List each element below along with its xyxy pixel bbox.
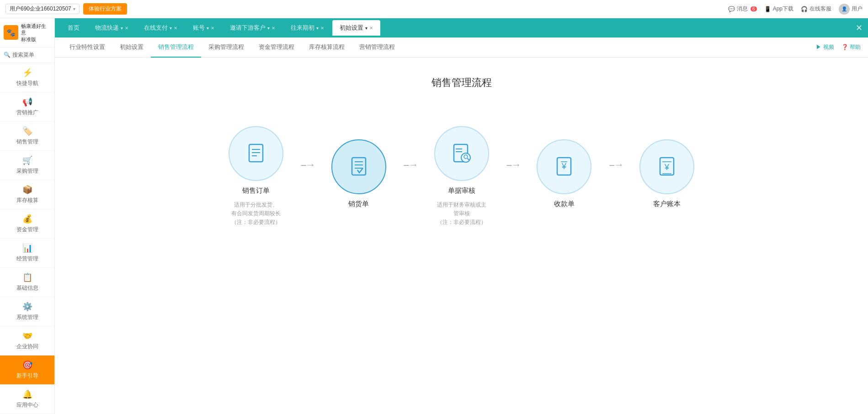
sidebar-logo: 🐾 畅康通好生意 标准版	[0, 18, 54, 48]
newguide-icon: 🎯	[22, 360, 32, 370]
tab-invite[interactable]: 邀请下游客户 ▾ ✕	[223, 20, 282, 36]
sub-tab-initial[interactable]: 初始设置	[112, 37, 151, 58]
sub-tab-purchase-flow[interactable]: 采购管理流程	[201, 37, 251, 58]
search-icon: 🔍	[4, 52, 11, 58]
flow-step-receipt[interactable]: ¥ 收款单	[523, 139, 605, 214]
basic-icon: 📋	[22, 272, 32, 282]
online-service-label: 在线客服	[809, 5, 831, 13]
close-icon-3[interactable]: ✕	[211, 26, 214, 31]
sidebar-label-quick-nav: 快捷导航	[16, 80, 38, 87]
flow-step-ledger[interactable]: ¥ 客户账本	[626, 139, 708, 214]
flow-circle-sales-order	[229, 126, 283, 181]
sidebar-item-enterprise[interactable]: 🤝 企业协同	[0, 326, 54, 356]
step-desc-sales-order: 适用于分批发货、 有合同发货周期较长 （注：非必要流程）	[231, 201, 281, 227]
arrow-3: - - →	[503, 159, 523, 171]
sidebar-item-basic[interactable]: 📋 基础信息	[0, 268, 54, 297]
headset-icon: 🎧	[801, 6, 808, 12]
video-link[interactable]: ▶ 视频	[816, 43, 834, 51]
tab-initial-label: 初始设置	[340, 24, 363, 32]
help-link[interactable]: ❓ 帮助	[841, 43, 861, 51]
step-title-invoice: 销货单	[348, 200, 369, 208]
logo-text: 畅康通好生意 标准版	[21, 23, 51, 42]
step-title-sales-order: 销售订单	[242, 186, 270, 195]
sub-tabs: 行业特性设置 初始设置 销售管理流程 采购管理流程 资金管理流程 库存核算流程 …	[55, 37, 868, 58]
sub-tab-sales-label: 销售管理流程	[158, 43, 194, 51]
user-avatar-item[interactable]: 👤 用户	[839, 4, 863, 15]
flow-circle-review	[434, 126, 489, 181]
sub-tab-industry[interactable]: 行业特性设置	[62, 37, 112, 58]
app-download-label: App下载	[773, 5, 793, 13]
sidebar-label-newguide: 新手引导	[16, 372, 38, 380]
close-icon-2[interactable]: ✕	[174, 26, 177, 31]
sub-tab-purchase-label: 采购管理流程	[208, 43, 244, 51]
close-all-tabs[interactable]: ✕	[856, 23, 863, 33]
chevron-icon-5: ▾	[316, 26, 319, 31]
tab-logistics[interactable]: 物流快递 ▾ ✕	[88, 20, 136, 36]
tab-payment[interactable]: 在线支付 ▾ ✕	[137, 20, 185, 36]
tab-period[interactable]: 往来期初 ▾ ✕	[283, 20, 331, 36]
sub-tab-inventory-flow[interactable]: 库存核算流程	[302, 37, 352, 58]
sidebar-item-finance[interactable]: 💰 资金管理	[0, 209, 54, 239]
page-content: 销售管理流程 销售订单 适用于分批发货、 有合同发货周期较长 （注：非必要流程）	[55, 58, 868, 414]
step-title-receipt: 收款单	[554, 200, 575, 208]
sub-tab-initial-label: 初始设置	[120, 43, 144, 51]
sidebar-label-system: 系统管理	[16, 313, 38, 321]
sidebar-item-quick-nav[interactable]: ⚡ 快捷导航	[0, 63, 54, 92]
ops-icon: 📊	[22, 243, 32, 253]
sub-tab-marketing-flow[interactable]: 营销管理流程	[352, 37, 402, 58]
search-label: 搜索菜单	[12, 51, 34, 59]
sub-tab-inventory-label: 库存核算流程	[309, 43, 345, 51]
inventory-icon: 📦	[22, 185, 32, 195]
close-icon-4[interactable]: ✕	[272, 26, 275, 31]
sidebar-search-button[interactable]: 🔍 搜索菜单	[0, 48, 54, 63]
chevron-icon-3: ▾	[207, 26, 209, 31]
flow-circle-invoice	[331, 139, 386, 194]
sidebar-item-marketing[interactable]: 📢 营销推广	[0, 92, 54, 122]
nav-tabs: 首页 物流快递 ▾ ✕ 在线支付 ▾ ✕ 账号 ▾ ✕ 邀请下游客户 ▾ ✕	[55, 18, 868, 37]
flow-circle-ledger: ¥	[639, 139, 694, 194]
flow-step-review[interactable]: 单据审核 适用于财务审核或主 管审核 （注：非必要流程）	[421, 126, 503, 227]
sidebar-item-appcenter[interactable]: 🔔 应用中心	[0, 385, 54, 414]
close-icon-5[interactable]: ✕	[320, 26, 324, 31]
app-icon: 📱	[764, 6, 771, 12]
close-icon[interactable]: ✕	[125, 26, 128, 31]
sidebar-item-purchase[interactable]: 🛒 采购管理	[0, 151, 54, 180]
sidebar-label-inventory: 库存核算	[16, 196, 38, 204]
sidebar: 🐾 畅康通好生意 标准版 🔍 搜索菜单 ⚡ 快捷导航 📢 营销推广 🏷️ 销售管…	[0, 18, 55, 414]
sidebar-item-newguide[interactable]: 🎯 新手引导	[0, 356, 54, 385]
sales-icon: 🏷️	[22, 126, 32, 136]
finance-icon: 💰	[22, 214, 32, 224]
purchase-icon: 🛒	[22, 155, 32, 165]
svg-text:¥: ¥	[664, 163, 670, 172]
app-download-item[interactable]: 📱 App下载	[764, 5, 793, 13]
sidebar-label-marketing: 营销推广	[16, 109, 38, 117]
tab-home[interactable]: 首页	[60, 20, 87, 36]
arrow-4: - - →	[605, 159, 626, 171]
message-badge: 6	[751, 6, 757, 11]
arrow-2: - - →	[400, 159, 421, 171]
sidebar-item-inventory[interactable]: 📦 库存核算	[0, 180, 54, 209]
chevron-down-icon: ▾	[73, 6, 75, 11]
sidebar-item-ops[interactable]: 📊 经营管理	[0, 239, 54, 268]
step-desc-review: 适用于财务审核或主 管审核 （注：非必要流程）	[437, 201, 486, 227]
sidebar-label-ops: 经营管理	[16, 255, 38, 263]
sub-tab-sales-flow[interactable]: 销售管理流程	[151, 37, 201, 58]
sidebar-item-system[interactable]: ⚙️ 系统管理	[0, 297, 54, 326]
sidebar-label-purchase: 采购管理	[16, 167, 38, 175]
flow-step-invoice[interactable]: 销货单	[318, 139, 400, 214]
sub-tab-finance-flow[interactable]: 资金管理流程	[251, 37, 302, 58]
trial-button[interactable]: 体验行业方案	[83, 3, 127, 15]
online-service-item[interactable]: 🎧 在线客服	[801, 5, 831, 13]
flow-step-sales-order[interactable]: 销售订单 适用于分批发货、 有合同发货周期较长 （注：非必要流程）	[215, 126, 297, 227]
tab-initial-setup[interactable]: 初始设置 ▾ ✕	[332, 20, 380, 36]
chevron-icon: ▾	[121, 26, 123, 31]
main-layout: 🐾 畅康通好生意 标准版 🔍 搜索菜单 ⚡ 快捷导航 📢 营销推广 🏷️ 销售管…	[0, 18, 868, 414]
message-item[interactable]: 💬 消息 6	[728, 5, 757, 13]
help-icon: ❓	[841, 44, 848, 50]
chevron-icon-4: ▾	[267, 26, 270, 31]
sidebar-item-sales[interactable]: 🏷️ 销售管理	[0, 122, 54, 151]
user-selector[interactable]: 用户690企业1660120507 ▾	[5, 4, 80, 14]
close-icon-6[interactable]: ✕	[369, 26, 373, 31]
tab-account[interactable]: 账号 ▾ ✕	[186, 20, 222, 36]
user-name-label: 用户	[852, 5, 863, 13]
